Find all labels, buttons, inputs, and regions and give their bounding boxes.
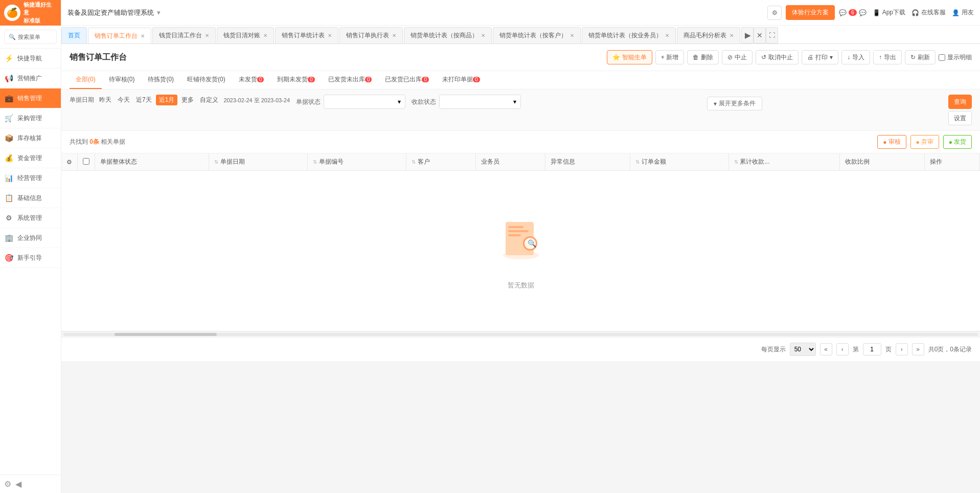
date-option-yesterday[interactable]: 昨天 bbox=[97, 95, 113, 105]
tab-close-sales-stat[interactable]: ✕ bbox=[328, 33, 332, 38]
query-button[interactable]: 查询 bbox=[948, 95, 972, 109]
tab-sales-exec[interactable]: 销售订单执行表 ✕ bbox=[339, 27, 403, 43]
select-all-checkbox[interactable] bbox=[83, 158, 89, 165]
sidebar-item-marketing[interactable]: 📢 营销推广 bbox=[0, 69, 61, 88]
scroll-thumb[interactable] bbox=[115, 333, 217, 336]
export-button[interactable]: ↑ 导出 bbox=[873, 50, 902, 64]
date-option-custom[interactable]: 自定义 bbox=[198, 95, 220, 105]
tab-close-sales-workbench[interactable]: ✕ bbox=[141, 33, 145, 39]
sidebar-item-operations[interactable]: 📊 经营管理 bbox=[0, 168, 61, 188]
tabs-maximize[interactable]: ⛶ bbox=[766, 27, 778, 43]
tab-close-consign-customer[interactable]: ✕ bbox=[570, 33, 574, 38]
sidebar-collapse-icon[interactable]: ◀ bbox=[15, 479, 21, 489]
tab-close-consign-staff[interactable]: ✕ bbox=[665, 33, 669, 38]
print-dropdown-arrow[interactable]: ▾ bbox=[830, 54, 833, 61]
tab-close-cashier-daily[interactable]: ✕ bbox=[205, 33, 209, 38]
collected-sort[interactable]: ⇅ bbox=[734, 159, 738, 165]
solution-button[interactable]: 体验行业方案 bbox=[786, 5, 835, 20]
search-menu-button[interactable]: 🔍 搜索菜单 bbox=[4, 30, 57, 44]
amount-sort[interactable]: ⇅ bbox=[635, 159, 640, 165]
sub-tab-not-printed[interactable]: 未打印单据0 bbox=[436, 71, 486, 89]
topbar-dropdown-arrow[interactable]: ▾ bbox=[157, 9, 161, 16]
sidebar-item-base-info[interactable]: 📋 基础信息 bbox=[0, 188, 61, 208]
sidebar-settings-icon[interactable]: ⚙ bbox=[4, 479, 11, 489]
tabs-close-all[interactable]: ✕ bbox=[754, 27, 766, 43]
customer-sort[interactable]: ⇅ bbox=[412, 159, 416, 165]
prev-page-btn[interactable]: ‹ bbox=[836, 343, 849, 355]
cancel-stop-button[interactable]: ↺ 取消中止 bbox=[756, 50, 799, 64]
tabs-scroll-right[interactable]: ▶ bbox=[741, 27, 754, 43]
tab-sales-workbench[interactable]: 销售订单工作台 ✕ bbox=[88, 28, 151, 44]
last-page-btn[interactable]: » bbox=[912, 343, 924, 355]
next-page-btn[interactable]: › bbox=[896, 343, 908, 355]
payment-select[interactable]: ▾ bbox=[439, 95, 521, 109]
date-option-more[interactable]: 更多 bbox=[179, 95, 196, 105]
delete-button[interactable]: 🗑 删除 bbox=[687, 50, 719, 64]
page-size-select[interactable]: 10 20 50 100 bbox=[790, 343, 816, 356]
sidebar-item-system[interactable]: ⚙ 系统管理 bbox=[0, 208, 61, 228]
ship-btn[interactable]: ● 发货 bbox=[943, 135, 972, 149]
status-filter-label: 单据状态 bbox=[296, 98, 321, 106]
smart-order-button[interactable]: ⭐ 智能生单 bbox=[607, 50, 652, 64]
horizontal-scrollbar[interactable] bbox=[61, 331, 980, 337]
date-option-7days[interactable]: 近7天 bbox=[134, 95, 154, 105]
col-amount: ⇅ 订单金额 bbox=[630, 153, 729, 171]
date-option-1month[interactable]: 近1月 bbox=[156, 95, 178, 105]
sidebar-item-guide[interactable]: 🎯 新手引导 bbox=[0, 248, 61, 268]
tabs-bar: 首页 销售订单工作台 ✕ 钱货日清工作台 ✕ 钱货日清对账 ✕ 销售订单统计表 … bbox=[61, 26, 980, 44]
tab-cashier-daily[interactable]: 钱货日清工作台 ✕ bbox=[152, 27, 216, 43]
tab-home[interactable]: 首页 bbox=[61, 27, 87, 43]
sidebar-item-inventory[interactable]: 📦 库存核算 bbox=[0, 128, 61, 148]
sidebar-item-enterprise[interactable]: 🏢 企业协同 bbox=[0, 228, 61, 248]
pagination-bar: 每页显示 10 20 50 100 « ‹ 第 页 › » 共0页，0条记录 bbox=[61, 337, 980, 361]
stop-button[interactable]: ⊘ 中止 bbox=[722, 50, 753, 64]
sidebar-item-purchase[interactable]: 🛒 采购管理 bbox=[0, 108, 61, 128]
sidebar-item-quick-nav[interactable]: ⚡ 快捷导航 bbox=[0, 49, 61, 69]
first-page-btn[interactable]: « bbox=[820, 343, 832, 355]
import-button[interactable]: ↓ 导入 bbox=[841, 50, 870, 64]
sub-tab-shipped-not-out[interactable]: 已发货未出库0 bbox=[322, 71, 378, 89]
sub-tab-all[interactable]: 全部(0) bbox=[70, 71, 102, 89]
sub-tab-overdue[interactable]: 到期未发货0 bbox=[271, 71, 321, 89]
tab-close-margin[interactable]: ✕ bbox=[730, 33, 734, 38]
sub-tab-shipped-out[interactable]: 已发货已出库0 bbox=[379, 71, 435, 89]
online-service-btn[interactable]: 🎧 在线客服 bbox=[911, 8, 946, 17]
tab-consign-stat-customer[interactable]: 销货单统计表（按客户） ✕ bbox=[493, 27, 581, 43]
filter-settings-button[interactable]: 设置 bbox=[948, 111, 972, 125]
unaudit-btn[interactable]: ● 弃审 bbox=[910, 135, 939, 149]
tab-close-sales-exec[interactable]: ✕ bbox=[392, 33, 396, 38]
sub-tab-pending-inspect[interactable]: 待拣货(0) bbox=[142, 71, 180, 89]
date-sort[interactable]: ⇅ bbox=[214, 159, 218, 165]
sub-tab-pending-review[interactable]: 待审核(0) bbox=[103, 71, 141, 89]
sub-tab-not-shipped[interactable]: 未发货0 bbox=[233, 71, 270, 89]
show-detail-checkbox[interactable] bbox=[939, 54, 945, 61]
status-select[interactable]: ▾ bbox=[324, 95, 405, 109]
tab-consign-stat-product[interactable]: 销货单统计表（按商品） ✕ bbox=[404, 27, 492, 43]
user-menu-btn[interactable]: 👤 用友 bbox=[952, 8, 974, 17]
message-btn[interactable]: 💬 6 💬 bbox=[839, 9, 867, 16]
add-button[interactable]: + 新增 bbox=[655, 50, 684, 64]
page-size-label: 每页显示 bbox=[761, 345, 786, 354]
topbar-settings-btn[interactable]: ⚙ bbox=[767, 6, 782, 20]
print-button[interactable]: 🖨 打印 ▾ bbox=[802, 50, 838, 64]
tab-consign-stat-staff[interactable]: 销货单统计表（按业务员） ✕ bbox=[582, 27, 676, 43]
sidebar-item-sales[interactable]: 💼 销售管理 bbox=[0, 88, 61, 108]
col-settings[interactable]: ⚙ bbox=[61, 153, 78, 171]
tab-close-consign-product[interactable]: ✕ bbox=[481, 33, 485, 38]
sub-tab-wangpu[interactable]: 旺铺待发货(0) bbox=[181, 71, 232, 89]
tab-sales-stat[interactable]: 销售订单统计表 ✕ bbox=[275, 27, 338, 43]
date-option-today[interactable]: 今天 bbox=[116, 95, 132, 105]
tab-cashier-reconcile[interactable]: 钱货日清对账 ✕ bbox=[217, 27, 274, 43]
page-number-input[interactable] bbox=[863, 343, 881, 355]
app-download-btn[interactable]: 📱 App下载 bbox=[873, 8, 905, 17]
tab-close-cashier-reconcile[interactable]: ✕ bbox=[263, 33, 267, 38]
col-checkbox[interactable] bbox=[78, 153, 95, 171]
sidebar: 🍊 畅捷通好生意 标准版 🔍 搜索菜单 ⚡ 快捷导航 📢 营销推广 💼 销售管理… bbox=[0, 0, 61, 493]
refresh-button[interactable]: ↻ 刷新 bbox=[905, 50, 936, 64]
number-sort[interactable]: ⇅ bbox=[313, 159, 317, 165]
sidebar-item-finance[interactable]: 💰 资金管理 bbox=[0, 148, 61, 168]
expand-filter-button[interactable]: ▾ 展开更多条件 bbox=[707, 97, 762, 110]
overdue-badge: 0 bbox=[308, 77, 315, 82]
tab-margin-analysis[interactable]: 商品毛利分析表 ✕ bbox=[677, 27, 740, 43]
audit-btn[interactable]: ● 审核 bbox=[877, 135, 906, 149]
